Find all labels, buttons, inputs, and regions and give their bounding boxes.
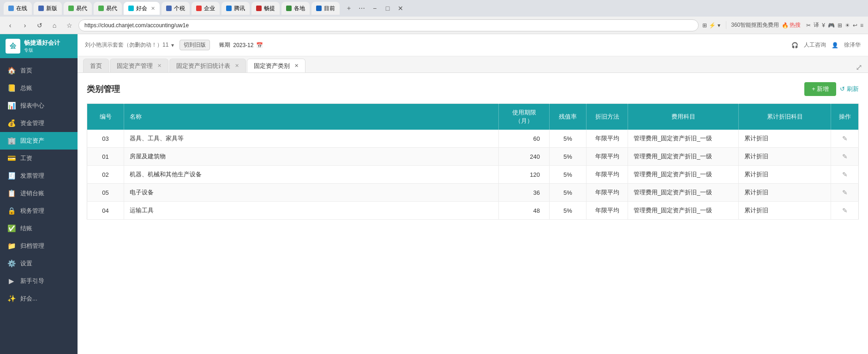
brightness-icon[interactable]: ☀ <box>845 22 850 29</box>
capital-icon: 💰 <box>7 119 16 127</box>
help-label[interactable]: 人工咨询 <box>804 41 826 49</box>
tab-label: 易代 <box>76 5 87 12</box>
sidebar-item-reports[interactable]: 📊 报表中心 <box>0 97 78 114</box>
address-input[interactable] <box>78 19 699 31</box>
maximize-button[interactable]: □ <box>382 3 393 14</box>
sidebar-item-label: 总账 <box>20 84 32 92</box>
table-row: 05 电子设备 36 5% 年限平均 管理费用_固定资产折旧_一级 累计折旧 ✎ <box>87 184 859 202</box>
username: 徐泽华 <box>844 41 861 49</box>
table-row: 02 机器、机械和其他生产设备 120 5% 年限平均 管理费用_固定资产折旧_… <box>87 166 859 184</box>
edit-icon[interactable]: ✎ <box>842 171 848 178</box>
sidebar-item-settings[interactable]: ⚙️ 设置 <box>0 255 78 272</box>
close-tab-icon[interactable]: ✕ <box>157 63 162 69</box>
sidebar-item-haohui[interactable]: ✨ 好会... <box>0 290 78 307</box>
close-window-button[interactable]: ✕ <box>395 3 406 14</box>
sidebar-nav: 🏠 首页 📒 总账 📊 报表中心 💰 资金管理 🏢 固定资产 💳 工资 <box>0 58 78 354</box>
calendar-icon[interactable]: 📅 <box>256 42 263 48</box>
col-residual: 残值率 <box>550 104 587 130</box>
new-tab-button[interactable]: ＋ <box>343 3 354 14</box>
tab-label: 好会 <box>136 5 147 12</box>
content-area: 类别管理 + 新增 ↺ 刷新 编号 名称 使用期限（月） 残值率 折旧方法 费用… <box>78 73 868 354</box>
table-body: 03 器具、工具、家具等 60 5% 年限平均 管理费用_固定资产折旧_一级 累… <box>87 130 859 220</box>
tab-label: 畅提 <box>264 5 275 12</box>
sidebar-item-label: 工资 <box>20 154 32 162</box>
bookmark-button[interactable]: ☆ <box>64 20 75 31</box>
sidebar-item-label: 报表中心 <box>20 102 44 110</box>
settings-icon: ⚙️ <box>7 259 16 268</box>
tab-options-button[interactable]: ⋯ <box>356 3 367 14</box>
sidebar-logo-icon: 会 <box>6 39 20 54</box>
refresh-button[interactable]: ↺ 刷新 <box>840 82 859 96</box>
add-button[interactable]: + 新增 <box>804 82 836 96</box>
menu-icon[interactable]: ≡ <box>860 22 863 29</box>
close-tab-icon[interactable]: ✕ <box>235 63 239 69</box>
tab-zaixin[interactable]: 在线 <box>4 2 32 15</box>
edit-icon[interactable]: ✎ <box>842 135 848 142</box>
cell-action: ✎ <box>831 166 859 184</box>
cell-residual: 5% <box>550 184 587 202</box>
sidebar-item-capital[interactable]: 💰 资金管理 <box>0 114 78 132</box>
tab-home[interactable]: 首页 <box>83 59 109 72</box>
sidebar-item-fixed-assets[interactable]: 🏢 固定资产 <box>0 132 78 150</box>
tab-changti[interactable]: 畅提 <box>251 2 280 15</box>
tab-haohui[interactable]: 好会 ✕ <box>124 2 160 15</box>
edit-icon[interactable]: ✎ <box>842 207 848 214</box>
switch-version-button[interactable]: 切到旧版 <box>180 40 210 50</box>
tab-label: 固定资产折旧统计表 <box>176 62 230 70</box>
cell-id: 01 <box>87 148 124 166</box>
tab-fixed-assets-mgmt[interactable]: 固定资产管理 ✕ <box>110 59 168 72</box>
tab-muqian[interactable]: 目前 <box>311 2 340 15</box>
cell-method: 年限平均 <box>587 148 628 166</box>
cell-id: 03 <box>87 130 124 148</box>
sidebar-item-home[interactable]: 🏠 首页 <box>0 62 78 79</box>
coin-icon[interactable]: ¥ <box>822 22 825 29</box>
tab-label: 易代 <box>106 5 117 12</box>
sidebar-item-guide[interactable]: ▶ 新手引导 <box>0 272 78 290</box>
tab-asset-category[interactable]: 固定资产类别 ✕ <box>247 59 305 72</box>
sidebar-item-label: 设置 <box>20 259 32 268</box>
sidebar-item-label: 固定资产 <box>20 137 44 145</box>
tax-icon: 🔒 <box>7 207 16 215</box>
tab-tengxun[interactable]: 腾讯 <box>221 2 250 15</box>
edit-icon[interactable]: ✎ <box>842 189 848 196</box>
sidebar-item-general-ledger[interactable]: 📒 总账 <box>0 79 78 97</box>
translate-icon[interactable]: 译 <box>814 21 819 29</box>
sidebar-item-inventory[interactable]: 📋 进销台账 <box>0 185 78 202</box>
sidebar-item-label: 税务管理 <box>20 207 44 215</box>
sidebar-item-archive[interactable]: 📁 归档管理 <box>0 237 78 255</box>
tab-qiye[interactable]: 企业 <box>192 2 220 15</box>
scissors-icon[interactable]: ✂ <box>806 22 811 29</box>
sidebar-item-invoice[interactable]: 🧾 发票管理 <box>0 167 78 185</box>
period-label: 账期 <box>219 41 230 49</box>
tab-label: 目前 <box>324 5 335 12</box>
user-info: 刘小艳演示套套（勿删勿动！）11 ▾ <box>85 41 174 49</box>
tab-gedi[interactable]: 各地 <box>281 2 310 15</box>
haohui-icon: ✨ <box>7 294 16 303</box>
back-button[interactable]: ‹ <box>5 20 16 31</box>
cell-action: ✎ <box>831 130 859 148</box>
user-name: 刘小艳演示套套（勿删勿动！）11 <box>85 41 168 49</box>
tab-depreciation-table[interactable]: 固定资产折旧统计表 ✕ <box>169 59 246 72</box>
tab-yidai1[interactable]: 易代 <box>64 2 92 15</box>
tab-xinban[interactable]: 新版 <box>34 2 62 15</box>
home-button[interactable]: ⌂ <box>49 20 60 31</box>
forward-button[interactable]: › <box>19 20 30 31</box>
grid-icon[interactable]: ⊞ <box>838 22 842 29</box>
close-icon[interactable]: ✕ <box>151 6 155 12</box>
expand-icon[interactable]: ⤢ <box>856 62 862 72</box>
edit-icon[interactable]: ✎ <box>842 153 848 160</box>
close-tab-icon[interactable]: ✕ <box>294 63 299 69</box>
undo-icon[interactable]: ↩ <box>853 22 857 29</box>
tab-gesui[interactable]: 个税 <box>162 2 190 15</box>
hot-search-label: 🔥 热搜 <box>782 21 801 29</box>
cell-method: 年限平均 <box>587 166 628 184</box>
minimize-button[interactable]: − <box>369 3 380 14</box>
sidebar-item-tax[interactable]: 🔒 税务管理 <box>0 202 78 220</box>
tab-yidai2[interactable]: 易代 <box>94 2 122 15</box>
sidebar-item-payroll[interactable]: 💳 工资 <box>0 150 78 167</box>
cell-period: 120 <box>499 166 550 184</box>
game-icon[interactable]: 🎮 <box>828 22 835 29</box>
dropdown-icon[interactable]: ▾ <box>171 42 174 48</box>
refresh-browser-button[interactable]: ↺ <box>34 20 45 31</box>
sidebar-item-closing[interactable]: ✅ 结账 <box>0 220 78 237</box>
